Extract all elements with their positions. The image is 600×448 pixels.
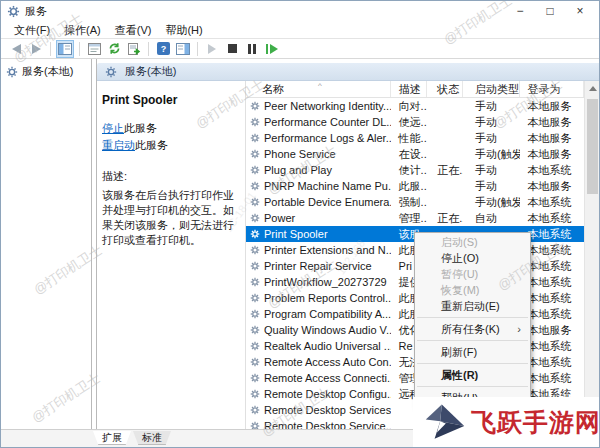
table-row[interactable]: Power管理...正在...自动本地系统 — [246, 210, 584, 226]
description-cell: 在设... — [391, 147, 428, 162]
column-header-0[interactable]: 名称^ — [246, 81, 391, 97]
stop-service-link[interactable]: 停止 — [102, 122, 124, 134]
table-row[interactable]: Phone Service在设...手动(触发...本地服务 — [246, 146, 584, 162]
menu-separator — [417, 340, 528, 341]
name-cell: PNRP Machine Name Pu... — [246, 180, 391, 192]
description-cell: 使计... — [391, 163, 428, 178]
help-button[interactable]: ? — [154, 40, 172, 58]
status-cell: 正在... — [427, 211, 463, 226]
menu-help[interactable]: 帮助(H) — [158, 23, 209, 38]
table-row[interactable]: Performance Logs & Aler...性能...手动本地服务 — [246, 130, 584, 146]
stop-service-link-row: 停止此服务 — [102, 121, 241, 136]
service-gear-icon — [250, 117, 260, 127]
title-bar: 服务 − □ × — [1, 1, 599, 22]
scrollbar-thumb[interactable] — [587, 99, 598, 194]
logon-as-cell: 本地服务 — [520, 179, 584, 194]
export-list-button[interactable] — [125, 40, 143, 58]
menu-file[interactable]: 文件(F) — [7, 23, 57, 38]
context-menu: 启动(S)停止(O)暂停(U)恢复(M)重新启动(E)所有任务(K)›刷新(F)… — [414, 232, 531, 408]
name-cell: Portable Device Enumera... — [246, 196, 391, 208]
list-header: 名称^描述状态启动类型登录为 — [246, 81, 584, 98]
startup-type-cell: 手动 — [463, 179, 520, 194]
logon-as-cell: 本地系统 — [520, 211, 584, 226]
table-row[interactable]: Peer Networking Identity...向对...手动本地服务 — [246, 98, 584, 114]
service-gear-icon — [250, 389, 260, 399]
toolbar-separator — [50, 42, 51, 56]
name-cell: Power — [246, 212, 391, 224]
tree-item-services-local[interactable]: 服务(本地) — [6, 64, 91, 79]
context-menu-item-restart[interactable]: 重新启动(E) — [415, 298, 530, 314]
context-menu-item-pause: 暂停(U) — [415, 266, 530, 282]
export-list-icon — [128, 43, 141, 55]
sort-ascending-icon: ^ — [318, 81, 322, 94]
context-menu-item-refresh[interactable]: 刷新(F) — [415, 344, 530, 360]
show-action-pane-button[interactable] — [174, 40, 192, 58]
table-row[interactable]: Portable Device Enumera...强制...手动(触发...本… — [246, 194, 584, 210]
startup-type-cell: 手动 — [463, 163, 520, 178]
pause-service-button[interactable] — [243, 40, 261, 58]
paper-airplane-icon — [421, 400, 469, 444]
name-cell: Problem Reports Control... — [246, 292, 391, 304]
show-console-tree-button[interactable] — [56, 40, 74, 58]
name-cell: Quality Windows Audio V... — [246, 324, 391, 336]
context-menu-item-resume: 恢复(M) — [415, 282, 530, 298]
site-logo-text: 飞跃手游网 — [471, 406, 600, 439]
back-button[interactable] — [7, 40, 25, 58]
table-row[interactable]: Plug and Play使计...正在...手动本地系统 — [246, 162, 584, 178]
refresh-button[interactable] — [105, 40, 123, 58]
context-menu-item-properties[interactable]: 属性(R) — [415, 367, 530, 383]
service-gear-icon — [250, 165, 260, 175]
start-icon — [208, 44, 216, 54]
name-cell: Print Spooler — [246, 228, 391, 240]
column-header-1[interactable]: 描述 — [391, 81, 428, 97]
minimize-button[interactable]: − — [505, 1, 535, 21]
startup-type-cell: 手动 — [463, 99, 520, 114]
service-gear-icon — [250, 245, 260, 255]
name-cell: Remote Desktop Services — [246, 404, 391, 416]
status-cell: 正在... — [427, 163, 463, 178]
close-button[interactable]: × — [565, 1, 595, 21]
context-menu-item-all-tasks[interactable]: 所有任务(K)› — [415, 321, 530, 337]
service-gear-icon — [250, 277, 260, 287]
scroll-up-icon[interactable] — [589, 86, 597, 91]
name-cell: PrintWorkflow_20273729 — [246, 276, 391, 288]
context-menu-item-stop[interactable]: 停止(O) — [415, 250, 530, 266]
services-gear-icon — [6, 66, 18, 78]
startup-type-cell: 手动 — [463, 115, 520, 130]
svg-text:?: ? — [160, 44, 166, 54]
column-header-4[interactable]: 登录为 — [520, 81, 584, 97]
maximize-button[interactable]: □ — [535, 1, 565, 21]
description-cell: 性能... — [391, 131, 428, 146]
startup-type-cell: 自动 — [463, 211, 520, 226]
console-tree-panel: 服务(本地) — [1, 59, 91, 431]
menu-separator — [417, 386, 528, 387]
service-gear-icon — [250, 309, 260, 319]
properties-button[interactable] — [85, 40, 103, 58]
table-row[interactable]: Performance Counter DL...使远...手动本地服务 — [246, 114, 584, 130]
action-pane-icon — [176, 43, 190, 55]
service-gear-icon — [250, 229, 260, 239]
menu-action[interactable]: 操作(A) — [57, 23, 108, 38]
description-cell: 使远... — [391, 115, 428, 130]
vertical-scrollbar[interactable] — [584, 81, 599, 431]
content-header-label: 服务(本地) — [125, 64, 176, 79]
table-row[interactable]: PNRP Machine Name Pu...此服...手动本地服务 — [246, 178, 584, 194]
refresh-icon — [108, 42, 121, 55]
restart-service-button[interactable] — [263, 40, 281, 58]
forward-button[interactable] — [27, 40, 45, 58]
name-cell: Phone Service — [246, 148, 391, 160]
back-arrow-icon — [12, 44, 21, 54]
stop-service-button[interactable] — [223, 40, 241, 58]
menu-view[interactable]: 查看(V) — [108, 23, 159, 38]
console-tree-icon — [58, 43, 72, 55]
tab-standard[interactable]: 标准 — [133, 431, 171, 445]
logon-as-cell: 本地系统 — [520, 195, 584, 210]
start-service-button[interactable] — [203, 40, 221, 58]
column-header-3[interactable]: 启动类型 — [463, 81, 520, 97]
name-cell: Realtek Audio Universal ... — [246, 340, 391, 352]
services-gear-icon — [7, 5, 20, 18]
restart-service-link[interactable]: 重启动 — [102, 139, 135, 151]
column-header-2[interactable]: 状态 — [427, 81, 463, 97]
tab-extended[interactable]: 扩展 — [93, 431, 131, 445]
tree-item-label: 服务(本地) — [22, 64, 73, 79]
